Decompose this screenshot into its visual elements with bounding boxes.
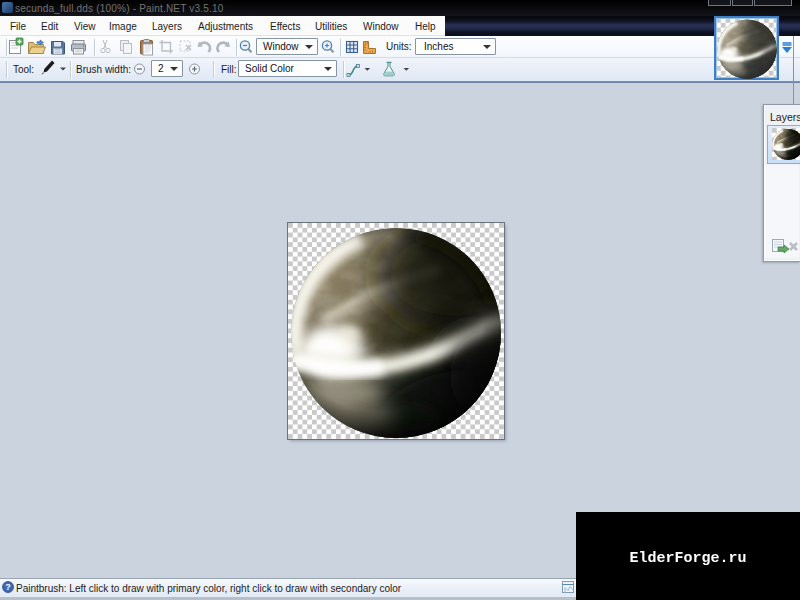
svg-text:?: ? [5,582,11,592]
